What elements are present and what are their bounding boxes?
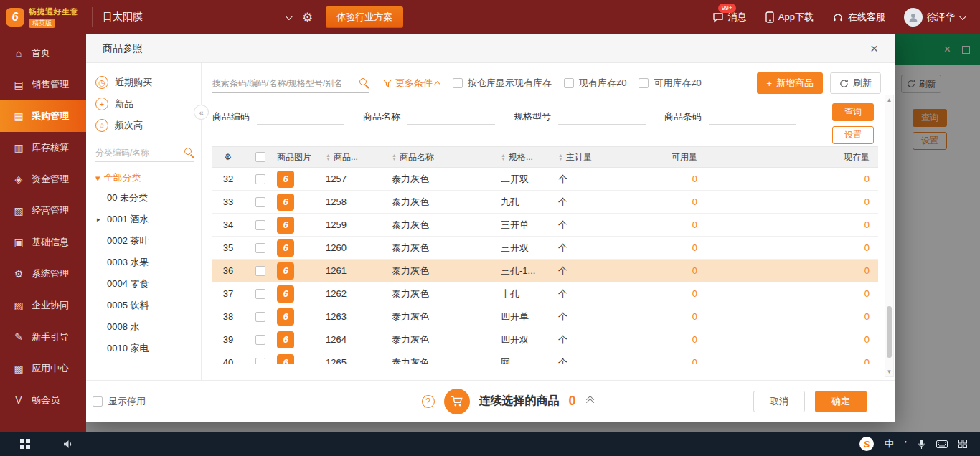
- start-menu-icon[interactable]: [20, 439, 30, 449]
- sidebar-item-4[interactable]: ◈资金管理: [0, 163, 86, 195]
- category-item-4[interactable]: 0004 零食: [95, 273, 194, 295]
- available-qty[interactable]: 0: [624, 174, 697, 184]
- stock-qty[interactable]: 0: [697, 265, 878, 276]
- sidebar-item-5[interactable]: ▧经营管理: [0, 195, 86, 227]
- vertical-scrollbar[interactable]: ▲ ▼: [885, 95, 894, 377]
- category-item-2[interactable]: 0002 茶叶: [95, 230, 194, 252]
- checkbox[interactable]: [453, 78, 463, 88]
- sidebar-item-0[interactable]: ⌂首页: [0, 37, 86, 69]
- microphone-icon[interactable]: [918, 439, 925, 450]
- available-qty[interactable]: 0: [624, 334, 697, 345]
- stock-qty[interactable]: 0: [697, 311, 878, 322]
- sort-icon[interactable]: ▲▼: [392, 153, 397, 161]
- category-search-input[interactable]: [95, 148, 182, 158]
- category-item-3[interactable]: 0003 水果: [95, 252, 194, 273]
- scroll-up-icon[interactable]: ▲: [885, 97, 893, 103]
- help-icon[interactable]: ?: [421, 395, 434, 408]
- industry-solution-button[interactable]: 体验行业方案: [326, 6, 403, 28]
- table-row[interactable]: 3461259泰力灰色三开单个00: [212, 214, 878, 237]
- stock-qty[interactable]: 0: [697, 288, 878, 299]
- expand-icon[interactable]: ▸: [97, 216, 100, 223]
- column-header-0[interactable]: 商品图片: [277, 151, 326, 163]
- category-item-0[interactable]: 00 未分类: [95, 187, 194, 209]
- settings-button[interactable]: 设置: [832, 126, 874, 144]
- available-qty[interactable]: 0: [624, 219, 697, 230]
- store-selector[interactable]: 日太阳膜: [103, 11, 291, 24]
- filter-field-input[interactable]: [257, 109, 344, 125]
- scrollbar-thumb[interactable]: [887, 306, 892, 358]
- filter-field-input[interactable]: [558, 109, 646, 125]
- close-icon[interactable]: ×: [870, 42, 878, 55]
- available-qty[interactable]: 0: [624, 357, 697, 364]
- online-support-button[interactable]: 在线客服: [832, 11, 885, 24]
- stock-qty[interactable]: 0: [697, 196, 878, 207]
- ime-language-toggle[interactable]: 中: [885, 437, 894, 450]
- search-icon[interactable]: [359, 78, 367, 85]
- sidebar-item-10[interactable]: ▩应用中心: [0, 353, 86, 384]
- table-row[interactable]: 3361258泰力灰色九孔个00: [212, 191, 878, 214]
- row-checkbox[interactable]: [255, 289, 265, 299]
- available-qty[interactable]: 0: [624, 265, 697, 276]
- sort-icon[interactable]: ▲▼: [501, 153, 506, 161]
- table-row[interactable]: 3561260泰力灰色三开双个00: [212, 237, 878, 260]
- available-qty[interactable]: 0: [624, 242, 697, 253]
- quick-filter-2[interactable]: ☆频次高: [95, 115, 194, 136]
- row-checkbox[interactable]: [255, 358, 265, 365]
- stock-qty[interactable]: 0: [697, 357, 878, 364]
- table-row[interactable]: 3961264泰力灰色四开双个00: [212, 328, 878, 351]
- volume-icon[interactable]: [63, 440, 74, 449]
- stock-filter-1[interactable]: 现有库存≠0: [564, 77, 626, 90]
- sidebar-item-6[interactable]: ▣基础信息: [0, 227, 86, 258]
- cancel-button[interactable]: 取消: [753, 391, 805, 412]
- ime-punctuation-toggle[interactable]: ’: [905, 439, 907, 450]
- stock-qty[interactable]: 0: [697, 174, 878, 184]
- filter-field-input[interactable]: [709, 109, 796, 125]
- category-item-1[interactable]: ▸0001 酒水: [95, 209, 194, 230]
- stock-filter-2[interactable]: 可用库存≠0: [639, 77, 701, 90]
- row-checkbox[interactable]: [255, 312, 265, 322]
- column-header-6[interactable]: 现存量: [697, 151, 878, 163]
- add-product-button[interactable]: + 新增商品: [757, 72, 823, 94]
- table-row[interactable]: 3261257泰力灰色二开双个00: [212, 168, 878, 191]
- row-checkbox[interactable]: [255, 197, 265, 207]
- gear-icon[interactable]: ⚙: [302, 10, 313, 25]
- collapse-selection-icon[interactable]: [588, 399, 594, 404]
- row-checkbox[interactable]: [255, 220, 265, 230]
- search-icon[interactable]: [184, 148, 192, 155]
- table-row[interactable]: 3761262泰力灰色十孔个00: [212, 282, 878, 305]
- table-row[interactable]: 3661261泰力灰色三孔-1...个00: [212, 260, 878, 282]
- collapse-panel-icon[interactable]: «: [194, 105, 209, 120]
- filter-field-input[interactable]: [407, 109, 495, 125]
- sidebar-item-2[interactable]: ▦采购管理: [0, 100, 86, 132]
- stock-filter-0[interactable]: 按仓库显示现有库存: [453, 77, 552, 90]
- quick-filter-0[interactable]: ◷近期购买: [95, 72, 194, 93]
- category-item-6[interactable]: 0008 水: [95, 316, 194, 338]
- category-root[interactable]: ▾ 全部分类: [95, 171, 194, 184]
- stock-qty[interactable]: 0: [697, 334, 878, 345]
- refresh-button[interactable]: 刷新: [830, 72, 881, 94]
- available-qty[interactable]: 0: [624, 288, 697, 299]
- more-filters-toggle[interactable]: 更多条件: [383, 77, 440, 90]
- app-download-button[interactable]: App下载: [765, 11, 814, 24]
- confirm-button[interactable]: 确定: [815, 391, 867, 412]
- sidebar-item-1[interactable]: ▤销售管理: [0, 69, 86, 100]
- checkbox[interactable]: [564, 78, 574, 88]
- show-disabled-checkbox[interactable]: [93, 396, 103, 407]
- row-checkbox[interactable]: [255, 335, 265, 345]
- available-qty[interactable]: 0: [624, 311, 697, 322]
- sidebar-item-7[interactable]: ⚙系统管理: [0, 258, 86, 290]
- product-search-input[interactable]: [212, 78, 357, 88]
- available-qty[interactable]: 0: [624, 196, 697, 207]
- ime-toolbox-icon[interactable]: [958, 440, 967, 448]
- table-row[interactable]: 4061265泰力灰色网...个00: [212, 351, 878, 364]
- query-button[interactable]: 查询: [832, 103, 874, 121]
- user-menu[interactable]: 徐泽华: [904, 8, 964, 27]
- sidebar-item-11[interactable]: V畅会员: [0, 384, 86, 416]
- category-item-5[interactable]: 0005 饮料: [95, 295, 194, 316]
- row-checkbox[interactable]: [255, 266, 265, 276]
- category-item-7[interactable]: 0010 家电: [95, 338, 194, 359]
- show-disabled-toggle[interactable]: 显示停用: [93, 395, 146, 408]
- column-header-3[interactable]: ▲▼规格...: [501, 151, 558, 163]
- sort-icon[interactable]: ▲▼: [558, 153, 563, 161]
- column-header-2[interactable]: ▲▼商品名称: [392, 151, 501, 163]
